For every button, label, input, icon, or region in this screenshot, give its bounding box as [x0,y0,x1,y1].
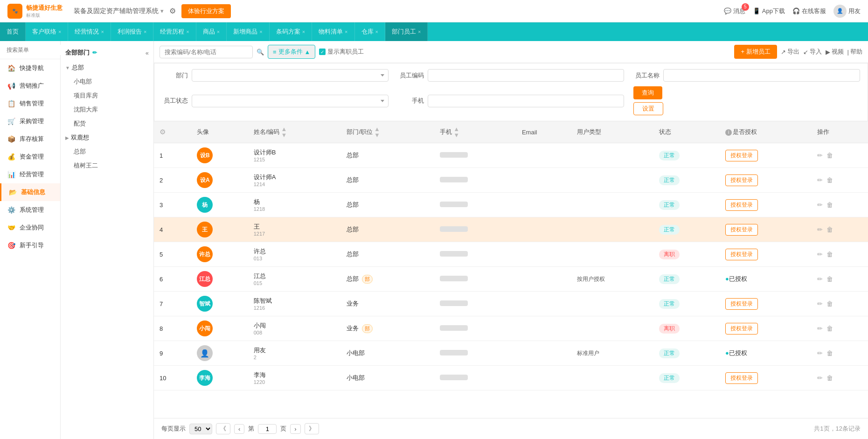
edit-icon[interactable]: ✏ [817,349,823,357]
auth-login-button[interactable]: 授权登录 [725,372,758,384]
app-download-button[interactable]: 📱 App下载 [753,7,785,15]
delete-icon[interactable]: 🗑 [826,325,833,332]
per-page-select[interactable]: 50 [189,424,212,434]
edit-icon[interactable]: ✏ [817,176,823,184]
dept-node-zongbu[interactable]: 总部 [61,145,153,159]
tab-new-goods[interactable]: 新增商品 × [227,22,269,41]
close-icon[interactable]: × [418,29,421,35]
delete-icon[interactable]: 🗑 [826,349,833,357]
dept-node-xiaodian[interactable]: 小电部 [61,75,153,89]
code-filter-input[interactable] [428,69,625,82]
query-button[interactable]: 查询 [633,86,662,99]
add-employee-button[interactable]: + 新增员工 [734,45,777,59]
sidebar-item-sales[interactable]: 📋销售管理 [0,95,60,112]
filter-more-button[interactable]: ≡ 更多条件 ▲ [268,45,315,59]
sidebar-item-marketing[interactable]: 📢营销推广 [0,77,60,95]
close-icon[interactable]: × [101,29,104,35]
edit-dept-icon[interactable]: ✏ [92,49,97,56]
tab-warehouse[interactable]: 仓库 × [355,22,385,41]
search-icon[interactable]: 🔍 [257,49,264,56]
tab-home[interactable]: 首页 [0,22,26,41]
export-button[interactable]: ↗ 导出 [781,48,799,56]
sidebar-item-system[interactable]: ⚙️系统管理 [0,201,60,219]
delete-icon[interactable]: 🗑 [826,201,833,209]
tab-bom[interactable]: 物料清单 × [312,22,354,41]
first-page-btn[interactable]: 《 [216,423,230,434]
online-service-button[interactable]: 🎧 在线客服 [792,7,826,15]
close-icon[interactable]: × [375,29,378,35]
dept-node-shuanglu[interactable]: ▶双鹿想 [61,131,153,145]
edit-icon[interactable]: ✏ [817,251,823,258]
close-icon[interactable]: × [345,29,347,35]
dept-filter-select[interactable] [192,69,389,82]
tab-profit[interactable]: 利润报告 × [111,22,153,41]
edit-icon[interactable]: ✏ [817,201,823,209]
trial-button[interactable]: 体验行业方案 [181,4,231,18]
gear-icon[interactable]: ⚙ [169,7,176,15]
sidebar-item-basic-info[interactable]: 📂基础信息 [0,183,60,201]
current-page-input[interactable] [258,424,277,434]
tab-barcode[interactable]: 条码方案 × [270,22,312,41]
edit-icon[interactable]: ✏ [817,325,823,332]
auth-login-button[interactable]: 授权登录 [725,150,758,161]
help-button[interactable]: | 帮助 [847,48,862,56]
last-page-btn[interactable]: 》 [305,423,319,434]
auth-login-button[interactable]: 授权登录 [725,249,758,260]
close-icon[interactable]: × [186,29,189,35]
dept-node-distribution[interactable]: 配货 [61,117,153,131]
close-icon[interactable]: × [259,29,262,35]
status-filter-select[interactable] [192,95,389,107]
edit-icon[interactable]: ✏ [817,300,823,307]
close-icon[interactable]: × [58,29,61,35]
collapse-tree-icon[interactable]: « [146,49,149,56]
show-resign-label[interactable]: ✓ 显示离职员工 [319,48,364,56]
delete-icon[interactable]: 🗑 [826,300,833,307]
tab-customer[interactable]: 客户联络 × [26,22,68,41]
search-input[interactable] [160,46,253,58]
close-icon[interactable]: × [144,29,146,35]
next-page-btn[interactable]: › [290,424,300,434]
delete-icon[interactable]: 🗑 [826,374,833,382]
th-phone[interactable]: 手机▲▼ [434,121,516,143]
sidebar-item-purchase[interactable]: 🛒采购管理 [0,112,60,130]
auth-login-button[interactable]: 授权登录 [725,199,758,211]
edit-icon[interactable]: ✏ [817,152,823,159]
sidebar-item-operations[interactable]: 📊经营管理 [0,166,60,183]
delete-icon[interactable]: 🗑 [826,251,833,258]
message-button[interactable]: 💬 消息 5 [724,7,745,15]
sidebar-item-collab[interactable]: 🤝企业协同 [0,219,60,237]
th-gear[interactable]: ⚙ [154,121,191,143]
edit-icon[interactable]: ✏ [817,374,823,382]
edit-icon[interactable]: ✏ [817,226,823,233]
dept-node-zhisu[interactable]: 植树王二 [61,159,153,173]
auth-login-button[interactable]: 授权登录 [725,224,758,236]
tab-goods[interactable]: 商品 × [196,22,227,41]
sidebar-item-quicknav[interactable]: 🏠快捷导航 [0,59,60,77]
close-icon[interactable]: × [302,29,305,35]
delete-icon[interactable]: 🗑 [826,176,833,184]
th-name[interactable]: 姓名/编码▲▼ [248,121,341,143]
dept-node-root[interactable]: ▼总部 [61,61,153,75]
import-button[interactable]: ↙ 导入 [803,48,822,56]
prev-page-btn[interactable]: ‹ [234,424,244,434]
close-icon[interactable]: × [217,29,220,35]
delete-icon[interactable]: 🗑 [826,226,833,233]
edit-icon[interactable]: ✏ [817,275,823,283]
tab-journey[interactable]: 经营历程 × [153,22,196,41]
th-dept[interactable]: 部门/职位▲▼ [341,121,434,143]
tab-employee[interactable]: 部门员工 × [385,22,428,41]
sidebar-item-inventory[interactable]: 📦库存核算 [0,130,60,148]
auth-login-button[interactable]: 授权登录 [725,174,758,186]
name-filter-input[interactable] [663,69,860,82]
phone-filter-input[interactable] [428,95,625,107]
auth-login-button[interactable]: 授权登录 [725,298,758,310]
resign-checkbox[interactable]: ✓ [319,49,326,55]
sidebar-item-finance[interactable]: 💰资金管理 [0,148,60,166]
view-button[interactable]: ▶ 视频 [826,48,844,56]
delete-icon[interactable]: 🗑 [826,152,833,159]
dept-node-project[interactable]: 项目库房 [61,89,153,103]
dept-node-shenyang[interactable]: 沈阳大库 [61,103,153,117]
set-button[interactable]: 设置 [633,102,663,115]
auth-login-button[interactable]: 授权登录 [725,323,758,334]
delete-icon[interactable]: 🗑 [826,275,833,283]
